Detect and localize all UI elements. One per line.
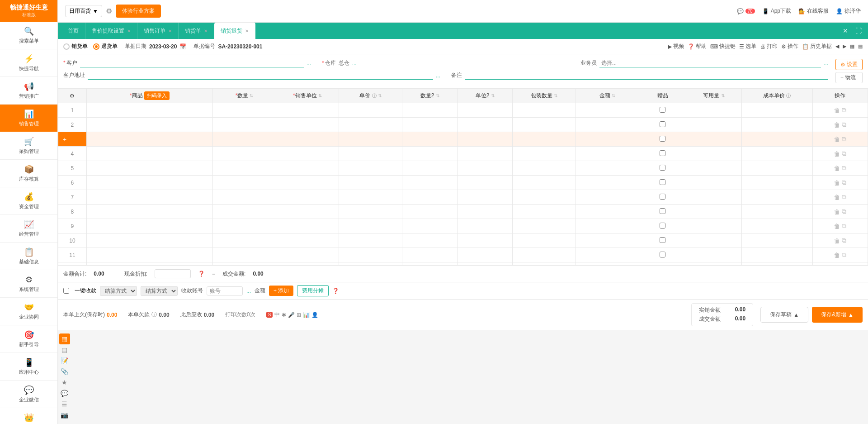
- copy-btn-7[interactable]: ⧉: [842, 193, 846, 201]
- qty-cell-8[interactable]: [213, 205, 276, 219]
- qty-cell-2[interactable]: [213, 118, 276, 132]
- price-cell-9[interactable]: [339, 219, 402, 233]
- pkg-cell-5[interactable]: [513, 161, 576, 176]
- goods-cell-9[interactable]: [86, 219, 212, 233]
- gift-check-7[interactable]: [660, 194, 665, 200]
- avail-cell-3[interactable]: [686, 132, 741, 147]
- daily-goods-select[interactable]: 日用百货 ▼: [65, 5, 102, 17]
- operate-btn[interactable]: ⚙ 操作: [781, 43, 798, 50]
- goods-input-3[interactable]: [89, 136, 211, 143]
- gift-cell-11[interactable]: [639, 248, 686, 262]
- tab-sale-out[interactable]: 销货单✕: [179, 23, 214, 39]
- delete-btn-8[interactable]: 🗑: [834, 208, 840, 215]
- calc-method-select[interactable]: 结算方式: [141, 286, 178, 296]
- right-panel-star[interactable]: ★: [59, 377, 70, 388]
- price-cell-6[interactable]: [339, 176, 402, 190]
- copy-btn-8[interactable]: ⧉: [842, 208, 846, 215]
- qty-cell-6[interactable]: [213, 176, 276, 190]
- delete-btn-7[interactable]: 🗑: [834, 193, 840, 201]
- tab-sale-return[interactable]: 销货退货✕: [214, 23, 255, 39]
- tab-maximize-btn[interactable]: ⛶: [853, 26, 864, 35]
- amount-cell-10[interactable]: [576, 233, 639, 248]
- tab-close-btn[interactable]: ✕: [840, 26, 851, 35]
- print-btn[interactable]: 🖨 打印: [760, 43, 778, 50]
- amount-cell-1[interactable]: [576, 103, 639, 118]
- sidebar-item-partner[interactable]: 🤝企业协同: [0, 298, 57, 325]
- unit-cell-3[interactable]: [276, 132, 339, 147]
- right-panel-grid2[interactable]: ▤: [59, 344, 70, 355]
- unit-cell-2[interactable]: [276, 118, 339, 132]
- avail-cell-7[interactable]: [686, 190, 741, 205]
- sidebar-item-basic[interactable]: 📋基础信息: [0, 243, 57, 270]
- gift-cell-7[interactable]: [639, 190, 686, 205]
- pkg-cell-9[interactable]: [513, 219, 576, 233]
- unit2-cell-8[interactable]: [458, 205, 513, 219]
- pkg-cell-3[interactable]: [513, 132, 576, 147]
- gift-check-5[interactable]: [660, 165, 665, 171]
- expense-btn[interactable]: 费用分摊: [297, 285, 329, 296]
- cost-cell-4[interactable]: [741, 147, 812, 161]
- price-cell-7[interactable]: [339, 190, 402, 205]
- warehouse-dots[interactable]: ...: [352, 60, 357, 67]
- right-panel-chat[interactable]: 💬: [59, 388, 70, 399]
- qty2-cell-4[interactable]: [402, 147, 458, 161]
- cost-cell-8[interactable]: [741, 205, 812, 219]
- tab-close-sale-order[interactable]: ✕: [168, 29, 172, 33]
- tab-home[interactable]: 首页: [61, 23, 85, 39]
- settings-icon[interactable]: ⚙: [106, 7, 112, 15]
- qty2-cell-5[interactable]: [402, 161, 458, 176]
- price-cell-1[interactable]: [339, 103, 402, 118]
- pkg-cell-6[interactable]: [513, 176, 576, 190]
- right-panel-attach[interactable]: 📎: [59, 366, 70, 377]
- qty-cell-10[interactable]: [213, 233, 276, 248]
- sidebar-item-system[interactable]: ⚙系统管理: [0, 270, 57, 298]
- user-btn[interactable]: 👤 徐泽华: [836, 7, 861, 15]
- cost-cell-9[interactable]: [741, 219, 812, 233]
- app-download-btn[interactable]: 📱 App下载: [762, 7, 791, 15]
- add-row-btn[interactable]: +: [60, 135, 69, 144]
- copy-btn-9[interactable]: ⧉: [842, 222, 846, 230]
- messages-btn[interactable]: 💬 70: [737, 8, 755, 14]
- pkg-cell-1[interactable]: [513, 103, 576, 118]
- sidebar-item-member[interactable]: 👑畅会员: [0, 408, 57, 424]
- unit2-cell-3[interactable]: [458, 132, 513, 147]
- delete-btn-1[interactable]: 🗑: [834, 106, 840, 114]
- pkg-cell-7[interactable]: [513, 190, 576, 205]
- next-btn[interactable]: ▶: [843, 43, 846, 49]
- unit-cell-6[interactable]: [276, 176, 339, 190]
- sidebar-item-appstore[interactable]: 📱应用中心: [0, 353, 57, 381]
- price-cell-4[interactable]: [339, 147, 402, 161]
- cost-cell-10[interactable]: [741, 233, 812, 248]
- one-click-check[interactable]: [63, 288, 69, 294]
- copy-btn-1[interactable]: ⧉: [842, 106, 846, 114]
- unit2-cell-7[interactable]: [458, 190, 513, 205]
- qty2-cell-10[interactable]: [402, 233, 458, 248]
- radio-return[interactable]: 退货单: [93, 43, 118, 50]
- unit-cell-4[interactable]: [276, 147, 339, 161]
- amount-cell-2[interactable]: [576, 118, 639, 132]
- avail-cell-2[interactable]: [686, 118, 741, 132]
- shortcut-btn[interactable]: ⌨ 快捷键: [710, 43, 736, 50]
- price-cell-5[interactable]: [339, 161, 402, 176]
- unit2-cell-6[interactable]: [458, 176, 513, 190]
- view-mode1-btn[interactable]: ▦: [850, 43, 854, 49]
- account-input[interactable]: [207, 286, 243, 295]
- sidebar-item-sales[interactable]: 📊销售管理: [0, 105, 57, 132]
- gift-cell-4[interactable]: [639, 147, 686, 161]
- gift-check-10[interactable]: [660, 237, 665, 243]
- copy-btn-6[interactable]: ⧉: [842, 179, 846, 186]
- qty2-cell-6[interactable]: [402, 176, 458, 190]
- customer-dots[interactable]: ...: [307, 60, 311, 67]
- copy-btn-5[interactable]: ⧉: [842, 164, 846, 172]
- tab-close-sale-return[interactable]: ✕: [245, 29, 249, 33]
- amount-cell-3[interactable]: [576, 132, 639, 147]
- avail-cell-5[interactable]: [686, 161, 741, 176]
- gift-cell-9[interactable]: [639, 219, 686, 233]
- unit2-cell-1[interactable]: [458, 103, 513, 118]
- avail-cell-10[interactable]: [686, 233, 741, 248]
- delete-btn-9[interactable]: 🗑: [834, 222, 840, 230]
- sidebar-item-wechat[interactable]: 💬企业微信: [0, 381, 57, 408]
- staff-dots[interactable]: ...: [824, 60, 828, 67]
- gift-cell-1[interactable]: [639, 103, 686, 118]
- avail-cell-1[interactable]: [686, 103, 741, 118]
